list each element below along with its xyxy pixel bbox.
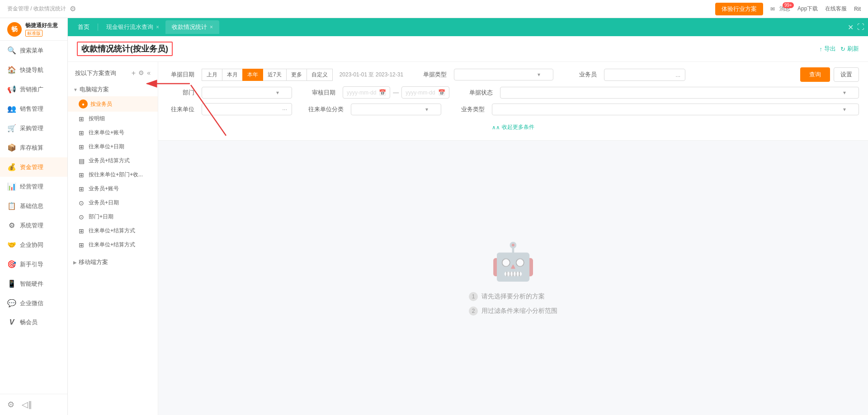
sidebar-item-inventory[interactable]: 📦 库存核算 <box>0 138 67 157</box>
marketing-icon: 📢 <box>7 85 16 94</box>
query-button[interactable]: 查询 <box>800 67 830 82</box>
top-bar-right: 体验行业方案 ✉ 99+ 消息 App下载 在线客服 Rit <box>715 3 861 15</box>
sidebar-item-search-menu[interactable]: 🔍 搜索菜单 <box>0 41 67 60</box>
trial-button[interactable]: 体验行业方案 <box>715 3 763 15</box>
partner-category-select[interactable]: ▾ <box>351 104 441 115</box>
section-desktop-title[interactable]: ▼ 电脑端方案 <box>68 83 158 96</box>
notification-area[interactable]: ✉ 99+ 消息 <box>770 5 790 13</box>
tab-cash-flow-close[interactable]: × <box>156 24 159 30</box>
review-to-input[interactable]: yyyy-mm-dd 📅 <box>401 86 449 99</box>
date-separator: — <box>393 89 399 96</box>
sidebar-item-marketing[interactable]: 📢 营销推广 <box>0 80 67 99</box>
dept-chevron: ▾ <box>276 90 279 96</box>
panel-item-label-by-detail: 按明细 <box>89 115 105 123</box>
sidebar-item-member[interactable]: V 畅会员 <box>0 313 67 332</box>
sidebar-item-purchase[interactable]: 🛒 采购管理 <box>0 118 67 138</box>
sales-more-dots[interactable]: ... <box>675 71 680 78</box>
panel-item-sales-date[interactable]: ⊙ 业务员+日期 <box>68 196 158 210</box>
review-from-input[interactable]: yyyy-mm-dd 📅 <box>343 86 390 99</box>
user-name[interactable]: Rit <box>854 6 861 12</box>
sidebar-item-guide[interactable]: 🎯 新手引导 <box>0 255 67 274</box>
date-tab-this-month[interactable]: 本月 <box>222 69 243 81</box>
date-tab-more[interactable]: 更多 <box>286 69 307 81</box>
collapse-sidebar-icon[interactable]: ◁∥ <box>22 400 32 410</box>
collapse-panel-icon[interactable]: « <box>147 69 151 77</box>
status-label: 单据状态 <box>466 89 493 97</box>
sidebar-item-base-info[interactable]: 📋 基础信息 <box>0 196 67 216</box>
status-chevron: ▾ <box>843 90 846 96</box>
section-mobile-title[interactable]: ▶ 移动端方案 <box>68 255 158 269</box>
review-from-calendar-icon[interactable]: 📅 <box>379 89 386 96</box>
date-tab-custom[interactable]: 自定义 <box>307 69 333 81</box>
partner-more-dots[interactable]: ··· <box>282 106 287 113</box>
panel-item-label-sales-account: 业务员+账号 <box>89 185 119 193</box>
date-tab-this-year[interactable]: 本年 <box>242 69 263 81</box>
tab-collection[interactable]: 收款情况统计 × <box>165 20 219 34</box>
dept-date-icon: ⊙ <box>79 213 86 221</box>
business-type-select[interactable]: ▾ <box>492 104 859 115</box>
section-desktop-label: 电脑端方案 <box>80 85 109 94</box>
tab-cash-flow[interactable]: 现金银行流水查询 × <box>100 20 165 34</box>
status-select[interactable]: ▾ <box>500 87 859 99</box>
empty-robot-icon: 🤖 <box>491 241 536 283</box>
tab-expand-icon[interactable]: ⛶ <box>857 23 864 32</box>
sales-input[interactable]: ... <box>604 69 685 81</box>
weixin-icon: 💬 <box>7 299 16 307</box>
date-tab-7days[interactable]: 近7天 <box>263 69 287 81</box>
partner-input[interactable]: ··· <box>202 103 292 115</box>
sales-label: 业务员 <box>570 71 597 79</box>
base-info-icon: 📋 <box>7 202 16 210</box>
refresh-icon: ↻ <box>840 46 845 52</box>
export-button[interactable]: ↑ 导出 <box>820 45 836 53</box>
sidebar-item-quick-nav[interactable]: 🏠 快捷导航 <box>0 60 67 80</box>
sidebar-label-enterprise: 企业协同 <box>20 241 43 249</box>
sidebar-label-weixin: 企业微信 <box>20 299 43 307</box>
sidebar-item-system[interactable]: ⚙ 系统管理 <box>0 216 67 235</box>
partner-payment2-icon: ⊞ <box>79 241 86 249</box>
enterprise-icon: 🤝 <box>7 241 16 249</box>
panel-section-mobile: ▶ 移动端方案 <box>68 254 158 271</box>
panel-item-partner-date[interactable]: ⊞ 往来单位+日期 <box>68 140 158 154</box>
panel-item-dept-date[interactable]: ⊙ 部门+日期 <box>68 210 158 224</box>
collapse-bar[interactable]: ∧∧ 收起更多条件 <box>167 120 859 135</box>
left-panel: 按以下方案查询 + ⚙ « ▼ 电脑端方案 ● 按业务员 <box>68 62 158 415</box>
tab-close-all-icon[interactable]: ✕ <box>848 23 854 32</box>
dept-select[interactable]: ▾ <box>202 87 292 99</box>
panel-item-partner-account[interactable]: ⊞ 往来单位+账号 <box>68 126 158 140</box>
sidebar-item-enterprise[interactable]: 🤝 企业协同 <box>0 235 67 255</box>
panel-item-partner-payment2[interactable]: ⊞ 往来单位+结算方式 <box>68 238 158 252</box>
tab-collection-close[interactable]: × <box>210 24 213 30</box>
settings-bottom-icon[interactable]: ⚙ <box>7 400 14 410</box>
online-service-link[interactable]: 在线客服 <box>825 5 847 13</box>
sidebar-item-weixin[interactable]: 💬 企业微信 <box>0 293 67 313</box>
partner-date-icon: ⊞ <box>79 143 86 151</box>
panel-item-partner-dept[interactable]: ⊞ 按往来单位+部门+收... <box>68 168 158 182</box>
refresh-button[interactable]: ↻ 刷新 <box>840 45 859 53</box>
partner-dept-icon: ⊞ <box>79 171 86 179</box>
panel-item-sales-payment[interactable]: ▤ 业务员+结算方式 <box>68 154 158 168</box>
gear-icon[interactable]: ⚙ <box>70 5 76 13</box>
panel-item-sales-account[interactable]: ⊞ 业务员+账号 <box>68 182 158 196</box>
app-download-link[interactable]: App下载 <box>797 5 818 13</box>
panel-item-by-detail[interactable]: ⊞ 按明细 <box>68 112 158 126</box>
settings-button[interactable]: 设置 <box>834 67 859 82</box>
panel-header: 按以下方案查询 + ⚙ « <box>68 66 158 81</box>
add-scheme-icon[interactable]: + <box>132 69 136 77</box>
purchase-icon: 🛒 <box>7 124 16 132</box>
category-select[interactable]: ▾ <box>454 69 553 80</box>
sidebar-item-finance[interactable]: 💰 资金管理 <box>0 157 67 177</box>
tab-home[interactable]: 首页 <box>71 20 96 34</box>
date-tab-last-month[interactable]: 上月 <box>202 69 222 81</box>
member-icon: V <box>7 318 16 326</box>
sidebar: 畅 畅捷通好生意 标准版 🔍 搜索菜单 🏠 快捷导航 📢 营销推广 👥 销售管理… <box>0 18 68 415</box>
panel-item-by-sales[interactable]: ● 按业务员 <box>68 96 158 112</box>
empty-hint: 1 请先选择要分析的方案 2 用过滤条件来缩小分析范围 <box>469 292 557 316</box>
sidebar-label-sales: 销售管理 <box>20 105 43 113</box>
panel-item-partner-payment1[interactable]: ⊞ 往来单位+结算方式 <box>68 224 158 238</box>
review-to-calendar-icon[interactable]: 📅 <box>438 89 445 96</box>
sidebar-item-hardware[interactable]: 📱 智能硬件 <box>0 274 67 293</box>
sidebar-item-operation[interactable]: 📊 经营管理 <box>0 177 67 196</box>
sidebar-item-sales[interactable]: 👥 销售管理 <box>0 99 67 118</box>
filter-row-1: 单据日期 上月 本月 本年 近7天 更多 自定义 2023-01-01 至 20… <box>167 67 859 82</box>
scheme-settings-icon[interactable]: ⚙ <box>138 69 144 77</box>
